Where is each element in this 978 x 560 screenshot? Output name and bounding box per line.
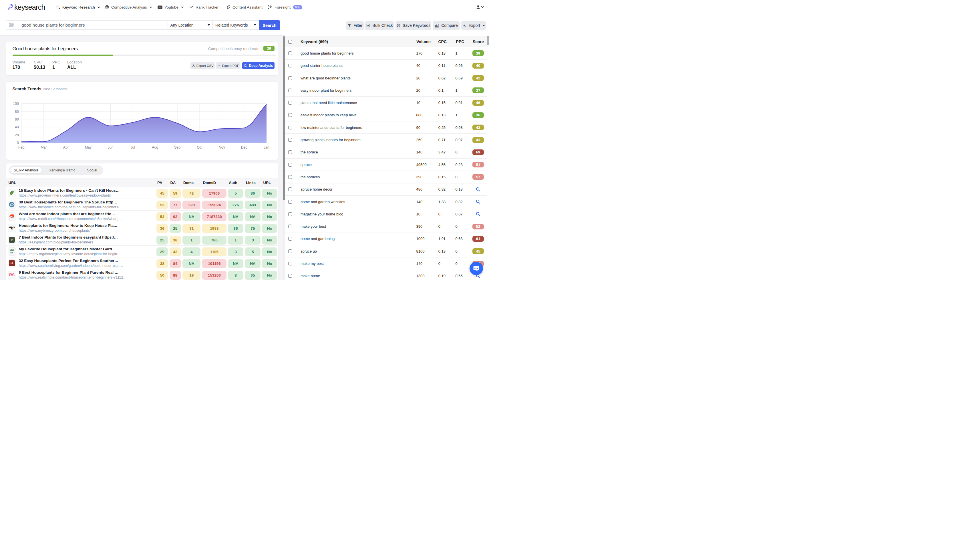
- svg-text:Sep: Sep: [174, 145, 181, 150]
- svg-text:Nov: Nov: [219, 145, 225, 150]
- svg-text:Aug: Aug: [152, 145, 158, 150]
- svg-text:100: 100: [13, 102, 19, 106]
- svg-text:Jul: Jul: [130, 145, 135, 150]
- svg-text:40: 40: [15, 125, 19, 129]
- svg-text:80: 80: [15, 110, 19, 113]
- svg-text:20: 20: [15, 133, 19, 137]
- svg-text:Dec: Dec: [241, 145, 247, 150]
- svg-text:Feb: Feb: [18, 145, 25, 150]
- svg-text:Apr: Apr: [63, 145, 69, 150]
- svg-text:60: 60: [15, 117, 19, 121]
- svg-text:0: 0: [17, 141, 19, 145]
- svg-text:May: May: [85, 145, 92, 150]
- svg-text:Mar: Mar: [41, 145, 47, 150]
- svg-text:Oct: Oct: [197, 145, 202, 150]
- svg-text:Jan: Jan: [264, 145, 269, 150]
- svg-text:Jun: Jun: [107, 145, 113, 150]
